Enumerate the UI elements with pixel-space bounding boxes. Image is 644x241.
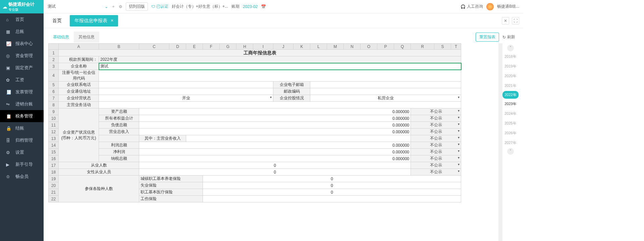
disclose-total-profit[interactable]: 不公示: [411, 142, 461, 149]
year-2026[interactable]: 2026年: [504, 129, 516, 138]
cell-holding[interactable]: 私营企业: [310, 95, 461, 102]
nav-ledger[interactable]: ▦总账: [0, 26, 44, 38]
nav-home[interactable]: ⌂首页: [0, 13, 44, 26]
year-2023[interactable]: 2023年: [504, 99, 516, 108]
disclose-total-liab[interactable]: 不公示: [411, 122, 461, 129]
switch-old-button[interactable]: 切到旧版: [126, 2, 148, 11]
nav-invoice[interactable]: 🧾发票管理: [0, 86, 44, 98]
col-D[interactable]: D: [169, 44, 186, 50]
subtab-other[interactable]: 其他信息: [74, 32, 99, 43]
cell-status[interactable]: 开业: [99, 95, 273, 102]
cell-ins-injury[interactable]: [203, 196, 461, 202]
col-N[interactable]: N: [344, 44, 361, 50]
year-2018[interactable]: 2018年: [504, 52, 516, 61]
cell-company-name[interactable]: 测试: [99, 63, 461, 70]
cell-main-rev[interactable]: [186, 135, 411, 142]
col-O[interactable]: O: [361, 44, 377, 50]
cell-net-profit[interactable]: 0.000000: [139, 149, 411, 155]
col-A[interactable]: A: [59, 44, 99, 50]
cell-postcode[interactable]: [310, 88, 461, 95]
row-2[interactable]: 2: [49, 56, 59, 63]
disclose-employees[interactable]: 不公示: [411, 162, 461, 169]
nav-closing[interactable]: 🔒结账: [0, 122, 44, 134]
cell-female-emp[interactable]: 0: [139, 169, 411, 176]
cell-main-biz[interactable]: [99, 102, 461, 108]
disclose-total-rev[interactable]: 不公示: [411, 129, 461, 135]
col-M[interactable]: M: [327, 44, 344, 50]
disclose-main-rev[interactable]: 不公示: [411, 135, 461, 142]
cell-reg-no[interactable]: [99, 70, 461, 82]
year-2020[interactable]: 2020年: [504, 71, 516, 81]
col-P[interactable]: P: [377, 44, 394, 50]
cell-ins-pension[interactable]: 0: [203, 176, 461, 182]
nav-settings[interactable]: ⚙设置: [0, 146, 44, 158]
col-T[interactable]: T: [451, 44, 461, 50]
row-14[interactable]: 14: [49, 142, 59, 149]
col-R[interactable]: R: [411, 44, 434, 50]
year-down-button[interactable]: ˅: [507, 148, 514, 155]
row-21[interactable]: 21: [49, 189, 59, 196]
disclose-total-tax[interactable]: 不公示: [411, 155, 461, 162]
nav-inventory[interactable]: ⇋进销台账: [0, 98, 44, 110]
cell-employees[interactable]: 0: [139, 162, 411, 169]
close-icon[interactable]: ×: [111, 18, 113, 23]
year-2022[interactable]: 2022年: [502, 91, 518, 99]
tab-home[interactable]: 首页: [48, 15, 66, 27]
row-4[interactable]: 4: [49, 70, 59, 82]
company-settings-button[interactable]: ⚙: [119, 4, 122, 9]
year-2019[interactable]: 2019年: [504, 62, 516, 71]
spreadsheet[interactable]: A B C D E F G H I J K L M N O: [48, 43, 461, 202]
col-L[interactable]: L: [310, 44, 327, 50]
subtab-basic[interactable]: 基础信息: [48, 32, 74, 43]
user-name[interactable]: 畅捷通B组...: [497, 4, 519, 9]
col-S[interactable]: S: [434, 44, 451, 50]
row-20[interactable]: 20: [49, 182, 59, 189]
cell-address[interactable]: [99, 88, 273, 95]
cell-total-profit[interactable]: 0.000000: [139, 142, 411, 149]
cell-owner-equity[interactable]: 0.000000: [139, 115, 411, 122]
cell-ins-unemp[interactable]: 0: [203, 182, 461, 189]
nav-vip[interactable]: ♔畅会员: [0, 171, 44, 183]
row-13[interactable]: 13: [49, 135, 59, 142]
disclose-owner-equity[interactable]: 不公示: [411, 115, 461, 122]
nav-reports[interactable]: 📈报表中心: [0, 38, 44, 50]
row-1[interactable]: 1: [49, 50, 59, 56]
corner-cell[interactable]: [49, 44, 59, 50]
row-19[interactable]: 19: [49, 176, 59, 182]
row-22[interactable]: 22: [49, 196, 59, 202]
row-18[interactable]: 18: [49, 169, 59, 176]
year-2024[interactable]: 2024年: [504, 109, 516, 118]
disclose-female-emp[interactable]: 不公示: [411, 169, 461, 176]
row-15[interactable]: 15: [49, 149, 59, 155]
cell-ins-medical[interactable]: 0: [203, 189, 461, 196]
row-11[interactable]: 11: [49, 122, 59, 129]
year-up-button[interactable]: ˄: [507, 45, 514, 51]
cell-total-rev[interactable]: 0.000000: [139, 129, 411, 135]
fullscreen-button[interactable]: ⛶: [512, 17, 519, 25]
row-10[interactable]: 10: [49, 115, 59, 122]
col-F[interactable]: F: [203, 44, 220, 50]
row-7[interactable]: 7: [49, 95, 59, 102]
row-16[interactable]: 16: [49, 155, 59, 162]
calendar-icon[interactable]: 📅: [261, 4, 266, 9]
year-2027[interactable]: 2027年: [504, 138, 516, 147]
avatar[interactable]: [486, 3, 494, 10]
row-5[interactable]: 5: [49, 82, 59, 88]
nav-guide[interactable]: ▶新手引导: [0, 158, 44, 171]
cell-phone[interactable]: [99, 82, 273, 88]
refresh-button[interactable]: ↻ 刷新: [499, 33, 519, 41]
col-B[interactable]: B: [99, 44, 139, 50]
period-value[interactable]: 2023-02: [243, 4, 258, 9]
year-2021[interactable]: 2021年: [504, 81, 516, 90]
col-I[interactable]: I: [253, 44, 273, 50]
col-Q[interactable]: Q: [394, 44, 411, 50]
row-3[interactable]: 3: [49, 63, 59, 70]
close-all-button[interactable]: ✕: [502, 17, 509, 25]
row-12[interactable]: 12: [49, 129, 59, 135]
col-E[interactable]: E: [186, 44, 203, 50]
tab-annual-report[interactable]: 年报信息申报表 ×: [70, 15, 118, 27]
year-2025[interactable]: 2025年: [504, 119, 516, 128]
cell-total-assets[interactable]: 0.000000: [139, 108, 411, 115]
company-selector[interactable]: 测试 ⌄: [48, 4, 108, 9]
row-8[interactable]: 8: [49, 102, 59, 108]
